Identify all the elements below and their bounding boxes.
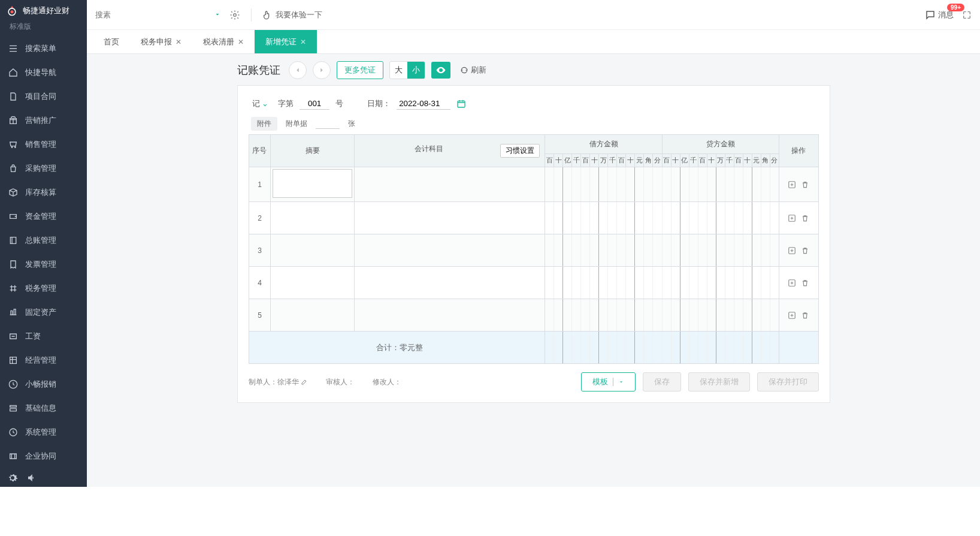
amount-digit[interactable] [770, 202, 779, 234]
amount-digit[interactable] [761, 234, 770, 267]
refresh-button[interactable]: 刷新 [460, 65, 486, 76]
delete-row-icon[interactable] [801, 180, 809, 189]
template-button[interactable]: 模板 [581, 372, 636, 392]
amount-digit[interactable] [554, 167, 563, 202]
amount-digit[interactable] [545, 299, 554, 332]
amount-digit[interactable] [698, 167, 707, 202]
amount-digit[interactable] [734, 299, 743, 332]
amount-digit[interactable] [743, 299, 752, 332]
amount-digit[interactable] [671, 299, 680, 332]
sidebar-item-1[interactable]: 快捷导航 [0, 61, 87, 85]
calendar-icon[interactable] [456, 99, 466, 109]
amount-digit[interactable] [635, 202, 644, 234]
summary-cell[interactable] [271, 167, 355, 202]
amount-digit[interactable] [698, 299, 707, 332]
amount-digit[interactable] [653, 267, 662, 299]
amount-digit[interactable] [599, 267, 608, 299]
amount-digit[interactable] [662, 299, 671, 332]
amount-digit[interactable] [716, 267, 725, 299]
size-large-button[interactable]: 大 [390, 62, 407, 79]
amount-digit[interactable] [572, 299, 581, 332]
prev-button[interactable] [289, 61, 307, 79]
amount-digit[interactable] [608, 167, 617, 202]
amount-digit[interactable] [725, 299, 734, 332]
amount-digit[interactable] [770, 267, 779, 299]
amount-digit[interactable] [545, 234, 554, 267]
amount-digit[interactable] [599, 167, 608, 202]
amount-digit[interactable] [599, 234, 608, 267]
volume-icon[interactable] [26, 472, 37, 483]
amount-digit[interactable] [644, 234, 653, 267]
sidebar-item-10[interactable]: 税务管理 [0, 276, 87, 300]
summary-input[interactable] [273, 169, 352, 198]
amount-digit[interactable] [572, 202, 581, 234]
preview-button[interactable] [431, 62, 450, 79]
amount-digit[interactable] [554, 234, 563, 267]
amount-digit[interactable] [761, 267, 770, 299]
amount-digit[interactable] [581, 202, 590, 234]
more-vouchers-button[interactable]: 更多凭证 [337, 61, 383, 79]
amount-digit[interactable] [689, 167, 698, 202]
add-row-icon[interactable] [788, 214, 796, 222]
delete-row-icon[interactable] [801, 311, 809, 320]
amount-digit[interactable] [734, 202, 743, 234]
add-row-icon[interactable] [788, 311, 796, 320]
amount-digit[interactable] [608, 299, 617, 332]
amount-digit[interactable] [707, 234, 716, 267]
amount-digit[interactable] [590, 299, 599, 332]
amount-digit[interactable] [743, 267, 752, 299]
amount-digit[interactable] [770, 299, 779, 332]
amount-digit[interactable] [545, 267, 554, 299]
voucher-type-select[interactable]: 记 ⌄ [249, 97, 273, 111]
amount-digit[interactable] [563, 299, 572, 332]
amount-digit[interactable] [626, 267, 635, 299]
amount-digit[interactable] [644, 299, 653, 332]
summary-cell[interactable] [271, 299, 355, 332]
amount-digit[interactable] [743, 167, 752, 202]
save-and-print-button[interactable]: 保存并打印 [757, 372, 819, 392]
edit-icon[interactable] [301, 378, 308, 386]
amount-digit[interactable] [662, 267, 671, 299]
amount-digit[interactable] [680, 234, 689, 267]
amount-digit[interactable] [563, 167, 572, 202]
amount-digit[interactable] [554, 267, 563, 299]
amount-digit[interactable] [752, 267, 761, 299]
sidebar-item-12[interactable]: 工资 [0, 324, 87, 348]
tab-0[interactable]: 首页 [93, 30, 130, 53]
sidebar-item-0[interactable]: 搜索菜单 [0, 37, 87, 61]
amount-digit[interactable] [662, 234, 671, 267]
amount-digit[interactable] [707, 267, 716, 299]
amount-digit[interactable] [716, 234, 725, 267]
sidebar-item-9[interactable]: 发票管理 [0, 252, 87, 276]
amount-digit[interactable] [617, 202, 626, 234]
amount-digit[interactable] [608, 267, 617, 299]
gear-icon[interactable] [7, 472, 18, 483]
amount-digit[interactable] [689, 202, 698, 234]
amount-digit[interactable] [581, 167, 590, 202]
summary-cell[interactable] [271, 267, 355, 299]
amount-digit[interactable] [725, 167, 734, 202]
amount-digit[interactable] [671, 267, 680, 299]
amount-digit[interactable] [662, 167, 671, 202]
amount-digit[interactable] [554, 202, 563, 234]
amount-digit[interactable] [689, 267, 698, 299]
amount-digit[interactable] [743, 234, 752, 267]
amount-digit[interactable] [653, 299, 662, 332]
amount-digit[interactable] [671, 202, 680, 234]
amount-digit[interactable] [653, 202, 662, 234]
amount-digit[interactable] [626, 167, 635, 202]
sidebar-item-7[interactable]: 资金管理 [0, 204, 87, 228]
amount-digit[interactable] [761, 167, 770, 202]
amount-digit[interactable] [770, 234, 779, 267]
delete-row-icon[interactable] [801, 214, 809, 222]
amount-digit[interactable] [590, 202, 599, 234]
expand-icon[interactable] [962, 10, 972, 20]
delete-row-icon[interactable] [801, 279, 809, 287]
amount-digit[interactable] [671, 234, 680, 267]
amount-digit[interactable] [752, 167, 761, 202]
amount-digit[interactable] [626, 299, 635, 332]
amount-digit[interactable] [698, 202, 707, 234]
amount-digit[interactable] [635, 299, 644, 332]
amount-digit[interactable] [734, 167, 743, 202]
amount-digit[interactable] [581, 299, 590, 332]
